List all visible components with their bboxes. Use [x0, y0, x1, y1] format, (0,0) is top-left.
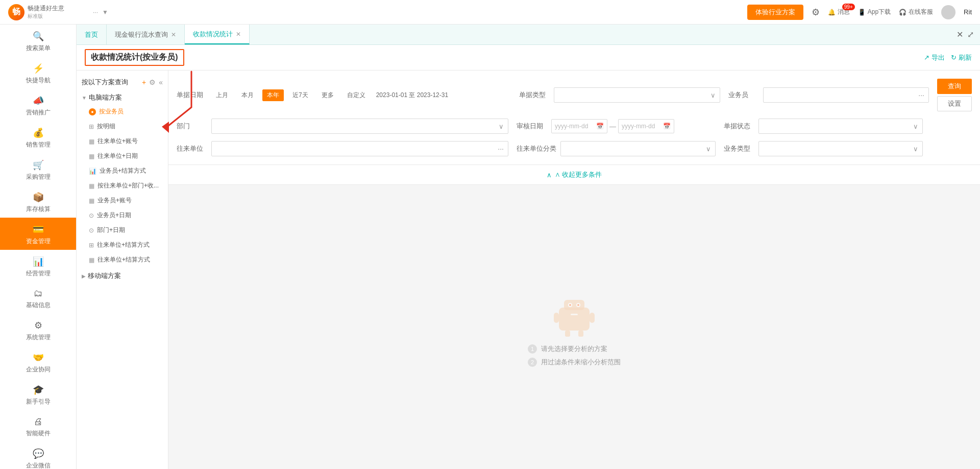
doc-status-chevron: ∨ [913, 123, 918, 130]
sidebar-item-purchase[interactable]: 🛒 采购管理 [0, 153, 76, 185]
scheme-item-unit-account[interactable]: ▦ 往来单位+账号 [77, 134, 168, 149]
tab-receipt[interactable]: 收款情况统计 ✕ [185, 25, 250, 44]
user-avatar[interactable] [941, 5, 955, 19]
doc-status-select[interactable]: ∨ [758, 119, 923, 134]
page-header-actions: ↗ 导出 ↻ 刷新 [924, 53, 972, 62]
date-btn-7days[interactable]: 近7天 [288, 89, 313, 101]
tab-bank-close[interactable]: ✕ [171, 31, 176, 38]
notification-badge[interactable]: 🔔 消息 99+ [828, 8, 850, 16]
dept-select[interactable]: ∨ [211, 119, 508, 134]
scheme-collapse-icon[interactable]: « [159, 78, 163, 86]
biz-type-label: 业务类型 [724, 144, 754, 153]
scheme-item-unit-settle1[interactable]: ⊞ 往来单位+结算方式 [77, 238, 168, 252]
sidebar-item-operations[interactable]: 📊 经营管理 [0, 250, 76, 282]
scheme-item-dept-date[interactable]: ⊙ 部门+日期 [77, 223, 168, 238]
date-btn-this-month[interactable]: 本月 [237, 89, 258, 101]
operations-icon: 📊 [33, 256, 44, 267]
doc-status-field: 单据状态 ∨ [724, 119, 923, 134]
scheme-panel-header: 按以下方案查询 + ⚙ « [77, 76, 168, 91]
export-button[interactable]: ↗ 导出 [924, 53, 945, 62]
contact-more-icon[interactable]: ··· [498, 145, 504, 153]
salesperson-select[interactable]: ··· [763, 87, 929, 103]
query-button[interactable]: 查询 [937, 79, 972, 94]
sidebar-item-hardware[interactable]: 🖨 智能硬件 [0, 410, 76, 442]
search-icon: 🔍 [33, 31, 44, 42]
doc-type-label: 单据类型 [519, 90, 550, 100]
settings-button[interactable]: 设置 [937, 96, 972, 111]
sidebar-item-finance[interactable]: 💳 资金管理 [0, 218, 76, 250]
sidebar-item-enterprise[interactable]: 🤝 企业协同 [0, 346, 76, 378]
add-scheme-icon[interactable]: + [142, 78, 146, 86]
sidebar-item-inventory[interactable]: 📦 库存核算 [0, 185, 76, 218]
salesperson-more-icon[interactable]: ··· [918, 91, 924, 99]
date-btn-this-year[interactable]: 本年 [262, 89, 284, 101]
svg-point-5 [577, 304, 579, 306]
refresh-icon: ↻ [951, 54, 957, 61]
svg-point-4 [569, 304, 571, 306]
window-close-icon[interactable]: ✕ [957, 30, 963, 39]
doc-type-chevron: ∨ [710, 91, 716, 99]
doc-type-select[interactable]: ∨ [554, 87, 720, 103]
sidebar-item-wechat[interactable]: 💬 企业微信 [0, 442, 76, 469]
trial-button[interactable]: 体验行业方案 [747, 5, 803, 20]
headset-icon: 🎧 [899, 9, 906, 16]
scheme-item-unit-settle2[interactable]: ▦ 往来单位+结算方式 [77, 252, 168, 267]
tab-bank[interactable]: 现金银行流水查询 ✕ [107, 25, 185, 44]
tab-bar: 首页 现金银行流水查询 ✕ 收款情况统计 ✕ ✕ ⤢ [77, 25, 980, 45]
sidebar-item-search[interactable]: 🔍 搜索菜单 [0, 25, 76, 57]
sidebar-item-system[interactable]: ⚙ 系统管理 [0, 314, 76, 346]
scheme-item-by-salesperson[interactable]: ● 按业务员 [77, 104, 168, 119]
tab-home[interactable]: 首页 [77, 25, 107, 44]
user-name[interactable]: Rit [964, 8, 972, 16]
date-btn-last-month[interactable]: 上月 [211, 89, 233, 101]
marketing-icon: 📣 [33, 95, 44, 106]
svg-rect-9 [565, 331, 570, 337]
logo-icon: 畅 [8, 4, 24, 20]
audit-date-start-placeholder: yyyy-mm-dd [555, 123, 588, 130]
calendar-icon-end: 📅 [663, 123, 671, 130]
empty-steps: 1 请先选择要分析的方案 2 用过滤条件来缩小分析范围 [528, 344, 621, 367]
refresh-button[interactable]: ↻ 刷新 [951, 53, 972, 62]
svg-rect-0 [559, 308, 590, 331]
audit-date-label: 审核日期 [517, 122, 547, 131]
dept-label: 部门 [177, 122, 207, 131]
scheme-item-salesperson-account[interactable]: ▦ 业务员+账号 [77, 193, 168, 208]
scheme-group-desktop-header[interactable]: ▼ 电脑端方案 [77, 91, 168, 104]
scheme-settings-icon[interactable]: ⚙ [149, 78, 156, 86]
scheme-item-unit-dept[interactable]: ▦ 按往来单位+部门+收... [77, 178, 168, 193]
scheme-item-unit-date[interactable]: ▦ 往来单位+日期 [77, 149, 168, 163]
audit-date-start[interactable]: yyyy-mm-dd 📅 [551, 119, 607, 133]
date-btn-more[interactable]: 更多 [317, 89, 338, 101]
sidebar-item-quick[interactable]: ⚡ 快捷导航 [0, 57, 76, 89]
guide-icon: 🎓 [33, 384, 44, 395]
date-filter-field: 单据日期 上月 本月 本年 近7天 更多 自定义 2023-01-01 至 20… [177, 89, 511, 101]
action-buttons: 查询 设置 [937, 79, 972, 111]
window-maximize-icon[interactable]: ⤢ [967, 30, 974, 39]
date-btn-custom[interactable]: 自定义 [342, 89, 370, 101]
scheme-item-salesperson-date[interactable]: ⊙ 业务员+日期 [77, 208, 168, 223]
sales-icon: 💰 [33, 127, 44, 138]
contact-select[interactable]: ··· [211, 141, 508, 156]
scheme-group-mobile-header[interactable]: ▶ 移动端方案 [77, 269, 168, 283]
app-download-link[interactable]: 📱 App下载 [858, 8, 891, 16]
contact-category-select[interactable]: ∨ [560, 141, 716, 156]
sidebar-item-marketing[interactable]: 📣 营销推广 [0, 89, 76, 121]
system-icon: ⚙ [34, 320, 42, 331]
sidebar-item-sales[interactable]: 💰 销售管理 [0, 121, 76, 153]
svg-rect-10 [578, 331, 583, 337]
basic-info-icon: 🗂 [34, 288, 43, 299]
tab-receipt-close[interactable]: ✕ [236, 31, 241, 38]
filter-row-1: 单据日期 上月 本月 本年 近7天 更多 自定义 2023-01-01 至 20… [177, 79, 972, 111]
scheme-group-mobile: ▶ 移动端方案 [77, 269, 168, 283]
scheme-item-by-detail[interactable]: ⊞ 按明细 [77, 119, 168, 134]
collapse-bar[interactable]: ∧ ∧ 收起更多条件 [168, 165, 980, 185]
svg-rect-6 [571, 314, 578, 315]
biz-type-select[interactable]: ∨ [758, 141, 923, 156]
audit-date-end[interactable]: yyyy-mm-dd 📅 [618, 119, 674, 133]
online-service-link[interactable]: 🎧 在线客服 [899, 8, 933, 16]
scheme-item-salesperson-settle[interactable]: 📊 业务员+结算方式 [77, 163, 168, 178]
sidebar-item-basic[interactable]: 🗂 基础信息 [0, 282, 76, 314]
settings-icon[interactable]: ⚙ [812, 7, 820, 18]
inventory-icon: 📦 [33, 192, 44, 203]
sidebar-item-guide[interactable]: 🎓 新手引导 [0, 378, 76, 410]
